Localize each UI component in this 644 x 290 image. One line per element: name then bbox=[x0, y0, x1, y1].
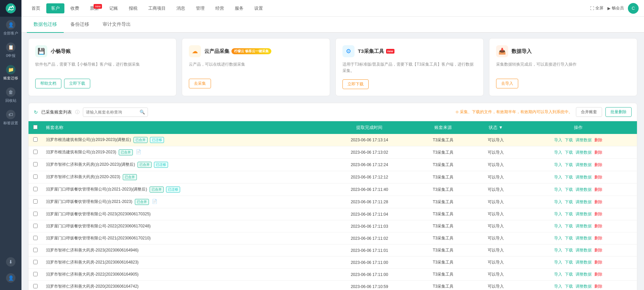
action-下载[interactable]: 下载 bbox=[565, 272, 573, 277]
sidebar-item-recycle[interactable]: 🗑 回收站 bbox=[0, 84, 21, 106]
action-删除[interactable]: 删除 bbox=[594, 200, 602, 204]
row-checkbox[interactable] bbox=[33, 137, 38, 142]
row-checkbox[interactable] bbox=[33, 162, 38, 166]
action-删除[interactable]: 删除 bbox=[594, 175, 602, 179]
action-删除[interactable]: 删除 bbox=[594, 272, 602, 277]
download-xiaochang-button[interactable]: 立即下载 bbox=[64, 79, 90, 88]
sidebar-item-all-customers[interactable]: 👤 全部客户 bbox=[0, 17, 21, 39]
tab-audit-export[interactable]: 审计文件导出 bbox=[96, 17, 138, 33]
action-导入[interactable]: 导入 bbox=[554, 175, 562, 179]
row-checkbox[interactable] bbox=[33, 150, 38, 154]
action-调整数据[interactable]: 调整数据 bbox=[576, 272, 592, 277]
sidebar-item-user-profile[interactable]: 👤 bbox=[0, 270, 21, 286]
action-下载[interactable]: 下载 bbox=[565, 150, 573, 155]
action-导入[interactable]: 导入 bbox=[554, 236, 562, 240]
action-导入[interactable]: 导入 bbox=[554, 138, 562, 142]
action-导入[interactable]: 导入 bbox=[554, 272, 562, 277]
action-删除[interactable]: 删除 bbox=[594, 150, 602, 155]
merge-button[interactable]: 合并账套 bbox=[576, 107, 602, 117]
action-下载[interactable]: 下载 bbox=[565, 187, 573, 192]
action-下载[interactable]: 下载 bbox=[565, 248, 573, 252]
row-checkbox[interactable] bbox=[33, 260, 38, 264]
topnav-operation[interactable]: 经营 bbox=[211, 3, 229, 13]
action-调整数据[interactable]: 调整数据 bbox=[576, 236, 592, 240]
row-checkbox[interactable] bbox=[33, 174, 38, 179]
action-删除[interactable]: 删除 bbox=[594, 162, 602, 167]
topnav-bookkeeping[interactable]: 记账 bbox=[105, 3, 123, 13]
action-下载[interactable]: 下载 bbox=[565, 138, 573, 142]
row-checkbox[interactable] bbox=[33, 236, 38, 240]
sidebar-item-tag-settings[interactable]: 🏷 标签设置 bbox=[0, 106, 21, 129]
action-导入[interactable]: 导入 bbox=[554, 187, 562, 192]
action-导入[interactable]: 导入 bbox=[554, 162, 562, 167]
download-t3-button[interactable]: 立即下载 bbox=[342, 79, 369, 89]
search-input[interactable] bbox=[83, 110, 137, 115]
tab-backup-migrate[interactable]: 备份迁移 bbox=[64, 17, 96, 33]
action-调整数据[interactable]: 调整数据 bbox=[576, 260, 592, 265]
topnav-tax[interactable]: 报税 bbox=[124, 3, 142, 13]
row-checkbox[interactable] bbox=[33, 284, 38, 288]
action-下载[interactable]: 下载 bbox=[565, 224, 573, 228]
row-checkbox[interactable] bbox=[33, 187, 38, 191]
help-doc-button[interactable]: 帮助文档 bbox=[35, 79, 61, 88]
action-删除[interactable]: 删除 bbox=[594, 187, 602, 192]
action-调整数据[interactable]: 调整数据 bbox=[576, 138, 592, 142]
sidebar-item-download[interactable]: ⬇ bbox=[0, 254, 21, 270]
action-删除[interactable]: 删除 bbox=[594, 260, 602, 265]
row-checkbox[interactable] bbox=[33, 272, 38, 276]
action-下载[interactable]: 下载 bbox=[565, 175, 573, 179]
topnav-management[interactable]: 管理 bbox=[191, 3, 209, 13]
action-删除[interactable]: 删除 bbox=[594, 138, 602, 142]
topnav-business[interactable]: 工商项目 bbox=[144, 3, 170, 13]
action-导入[interactable]: 导入 bbox=[554, 248, 562, 252]
topnav-invoice[interactable]: 票据 new bbox=[85, 3, 103, 13]
action-删除[interactable]: 删除 bbox=[594, 212, 602, 216]
action-导入[interactable]: 导入 bbox=[554, 284, 562, 289]
action-删除[interactable]: 删除 bbox=[594, 236, 602, 240]
action-下载[interactable]: 下载 bbox=[565, 236, 573, 240]
action-删除[interactable]: 删除 bbox=[594, 284, 602, 289]
tab-data-migrate[interactable]: 数据包迁移 bbox=[27, 17, 64, 33]
topnav-billing[interactable]: 收费 bbox=[66, 3, 84, 13]
sidebar-item-account-migrate[interactable]: 📁 账套迁移 bbox=[0, 62, 21, 84]
fullscreen-button[interactable]: ⛶ 全屏 bbox=[590, 5, 603, 11]
action-导入[interactable]: 导入 bbox=[554, 150, 562, 155]
action-导入[interactable]: 导入 bbox=[554, 224, 562, 228]
action-调整数据[interactable]: 调整数据 bbox=[576, 284, 592, 289]
topnav-settings[interactable]: 设置 bbox=[250, 3, 268, 13]
go-import-button[interactable]: 去导入 bbox=[496, 79, 518, 88]
action-调整数据[interactable]: 调整数据 bbox=[576, 150, 592, 155]
action-删除[interactable]: 删除 bbox=[594, 248, 602, 252]
action-下载[interactable]: 下载 bbox=[565, 284, 573, 289]
list-refresh-icon[interactable]: ↻ bbox=[34, 110, 38, 115]
search-button[interactable]: 🔍 bbox=[137, 108, 148, 117]
action-下载[interactable]: 下载 bbox=[565, 260, 573, 265]
action-调整数据[interactable]: 调整数据 bbox=[576, 175, 592, 179]
topnav-message[interactable]: 消息 bbox=[172, 3, 190, 13]
action-调整数据[interactable]: 调整数据 bbox=[576, 224, 592, 228]
action-调整数据[interactable]: 调整数据 bbox=[576, 200, 592, 204]
avatar[interactable]: C bbox=[628, 3, 639, 14]
row-checkbox[interactable] bbox=[33, 212, 38, 216]
action-导入[interactable]: 导入 bbox=[554, 260, 562, 265]
action-导入[interactable]: 导入 bbox=[554, 200, 562, 204]
topnav-service[interactable]: 服务 bbox=[230, 3, 248, 13]
action-删除[interactable]: 删除 bbox=[594, 224, 602, 228]
action-下载[interactable]: 下载 bbox=[565, 200, 573, 204]
row-checkbox[interactable] bbox=[33, 248, 38, 252]
row-checkbox[interactable] bbox=[33, 199, 38, 204]
member-button[interactable]: ▶ 畅会员 bbox=[607, 5, 624, 11]
sidebar-item-zero-report[interactable]: 📋 0申报 bbox=[0, 39, 21, 62]
action-调整数据[interactable]: 调整数据 bbox=[576, 162, 592, 167]
action-调整数据[interactable]: 调整数据 bbox=[576, 187, 592, 192]
action-下载[interactable]: 下载 bbox=[565, 162, 573, 167]
action-调整数据[interactable]: 调整数据 bbox=[576, 248, 592, 252]
topnav-home[interactable]: 首页 bbox=[27, 3, 45, 13]
action-调整数据[interactable]: 调整数据 bbox=[576, 212, 592, 216]
row-checkbox[interactable] bbox=[33, 224, 38, 228]
select-all-checkbox[interactable] bbox=[33, 125, 38, 129]
action-导入[interactable]: 导入 bbox=[554, 212, 562, 216]
topnav-customer[interactable]: 客户 bbox=[46, 3, 64, 13]
info-icon[interactable]: ⓘ bbox=[75, 109, 79, 115]
batch-delete-button[interactable]: 批量删除 bbox=[605, 107, 632, 117]
